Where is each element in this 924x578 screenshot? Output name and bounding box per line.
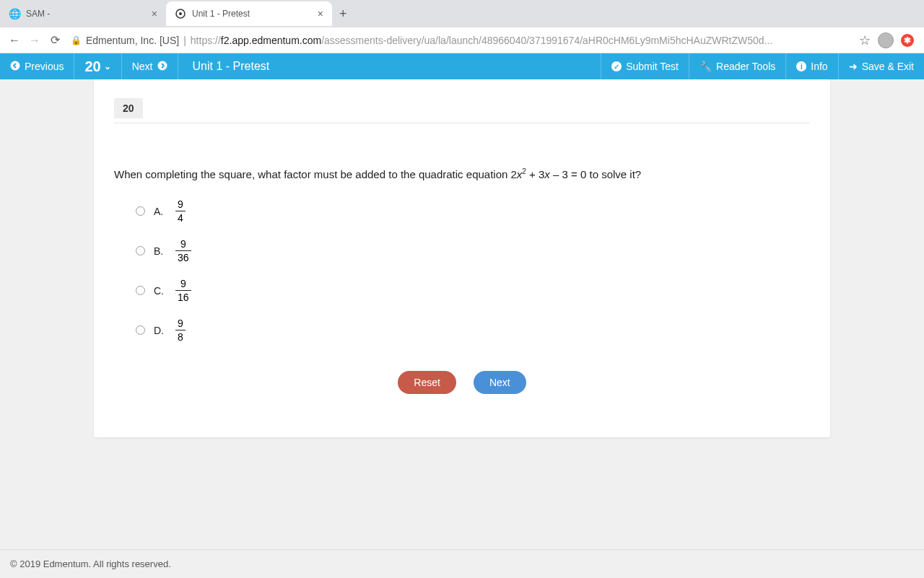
reader-label: Reader Tools: [716, 61, 775, 72]
info-label: Info: [811, 61, 827, 72]
lock-icon: 🔒: [71, 35, 82, 45]
next-button[interactable]: Next: [474, 371, 526, 394]
profile-avatar[interactable]: [878, 32, 894, 48]
count-value: 20: [84, 58, 100, 75]
submit-label: Submit Test: [626, 61, 679, 72]
url-host: f2.app.edmentum.com: [221, 35, 321, 46]
tab-sam[interactable]: 🌐 SAM - ×: [0, 1, 166, 26]
radio-button[interactable]: [136, 246, 145, 255]
extension-icon[interactable]: ✱: [901, 34, 914, 47]
question-count-dropdown[interactable]: 20 ⌄: [74, 53, 121, 79]
option-letter: C.: [154, 285, 167, 297]
tab-unit1[interactable]: Unit 1 - Pretest ×: [166, 1, 332, 26]
bookmark-icon[interactable]: ☆: [859, 32, 871, 48]
globe-icon: 🌐: [9, 8, 20, 19]
url-bar[interactable]: 🔒 Edmentum, Inc. [US] | https://f2.app.e…: [71, 30, 859, 51]
radio-button[interactable]: [136, 286, 145, 295]
action-buttons: Reset Next: [114, 371, 810, 394]
chevron-down-icon: ⌄: [104, 61, 111, 71]
forward-button[interactable]: →: [25, 30, 45, 51]
fraction: 9 8: [175, 318, 186, 342]
fraction: 9 36: [175, 239, 191, 263]
fraction: 9 4: [175, 199, 186, 223]
prev-label: Previous: [25, 61, 64, 72]
app-toolbar: Previous 20 ⌄ Next Unit 1 - Pretest ✓ Su…: [0, 53, 924, 79]
radio-button[interactable]: [136, 325, 145, 335]
option-letter: D.: [154, 325, 167, 336]
url-path: /assessments-delivery/ua/la/launch/48966…: [321, 35, 772, 46]
previous-button[interactable]: Previous: [0, 53, 74, 79]
arrow-right-icon: [157, 61, 167, 73]
divider: [114, 123, 810, 123]
submit-test-button[interactable]: ✓ Submit Test: [601, 53, 689, 79]
option-d[interactable]: D. 9 8: [136, 318, 810, 342]
close-icon[interactable]: ×: [152, 8, 157, 19]
exit-icon: ➜: [849, 61, 858, 72]
option-letter: A.: [154, 206, 167, 217]
reset-button[interactable]: Reset: [398, 371, 456, 394]
question-card: 20 When completing the square, what fact…: [94, 79, 830, 437]
footer-copyright: © 2019 Edmentum. All rights reserved.: [0, 549, 924, 578]
fraction: 9 16: [175, 279, 191, 302]
option-b[interactable]: B. 9 36: [136, 239, 810, 263]
tab-title: SAM -: [26, 9, 50, 19]
question-number-badge: 20: [114, 98, 143, 118]
url-origin: Edmentum, Inc. [US]: [86, 35, 179, 46]
close-icon[interactable]: ×: [318, 8, 323, 19]
next-nav-button[interactable]: Next: [122, 53, 178, 79]
next-label: Next: [132, 61, 153, 72]
svg-point-2: [11, 61, 20, 70]
browser-chrome: 🌐 SAM - × Unit 1 - Pretest × + ← → ⟳ 🔒 E…: [0, 0, 924, 53]
option-c[interactable]: C. 9 16: [136, 279, 810, 302]
check-icon: ✓: [611, 61, 622, 71]
tab-title: Unit 1 - Pretest: [192, 9, 250, 19]
info-icon: i: [796, 61, 806, 71]
back-button[interactable]: ←: [4, 30, 25, 51]
arrow-left-icon: [10, 61, 20, 73]
svg-point-1: [179, 12, 182, 15]
reload-button[interactable]: ⟳: [45, 30, 65, 51]
info-button[interactable]: i Info: [785, 53, 837, 79]
svg-point-3: [157, 61, 167, 70]
reader-tools-button[interactable]: 🔧 Reader Tools: [689, 53, 785, 79]
option-letter: B.: [154, 245, 167, 257]
new-tab-button[interactable]: +: [332, 6, 354, 22]
tab-bar: 🌐 SAM - × Unit 1 - Pretest × +: [0, 0, 924, 27]
address-bar: ← → ⟳ 🔒 Edmentum, Inc. [US] | https://f2…: [0, 27, 924, 53]
question-text: When completing the square, what factor …: [114, 167, 810, 182]
wrench-icon: 🔧: [699, 61, 712, 72]
url-prefix: https://: [191, 35, 221, 46]
app-icon: [175, 8, 186, 19]
page-title: Unit 1 - Pretest: [178, 53, 601, 79]
radio-button[interactable]: [136, 206, 145, 216]
option-a[interactable]: A. 9 4: [136, 199, 810, 223]
save-label: Save & Exit: [862, 61, 914, 72]
answer-options: A. 9 4 B. 9 36 C. 9 16: [136, 199, 810, 342]
save-exit-button[interactable]: ➜ Save & Exit: [838, 53, 924, 79]
content-area: 20 When completing the square, what fact…: [0, 79, 924, 578]
